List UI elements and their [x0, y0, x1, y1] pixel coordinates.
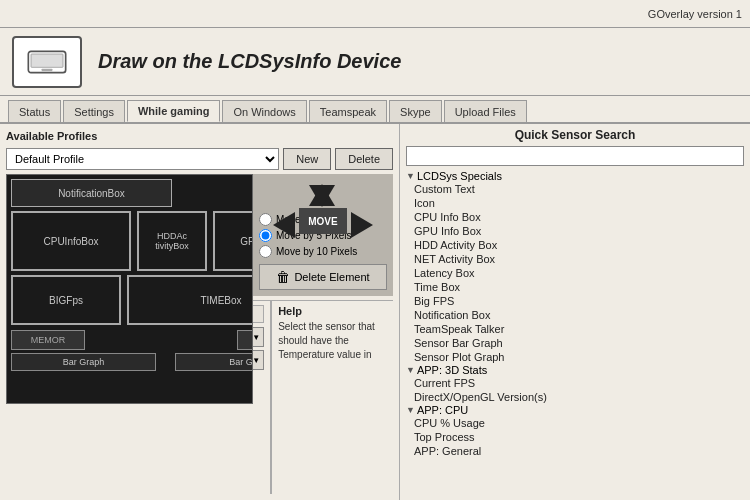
mem-label-box[interactable]: MEMOR	[11, 330, 85, 350]
logo-area: Draw on the LCDSysInfo Device	[0, 28, 750, 96]
expand-icon: ▼	[406, 171, 415, 181]
time-box[interactable]: TIMEBox	[127, 275, 253, 325]
tabs-bar: Status Settings While gaming On Windows …	[0, 96, 750, 124]
tree-item-icon[interactable]: Icon	[414, 196, 744, 210]
profile-row: Default Profile New Delete	[6, 148, 393, 170]
available-profiles-title: Available Profiles	[6, 130, 393, 142]
tree-group-lcdsys-items: Custom Text Icon CPU Info Box GPU Info B…	[406, 182, 744, 364]
device-icon	[12, 36, 82, 88]
tab-settings[interactable]: Settings	[63, 100, 125, 122]
app-version: GOverlay version 1	[648, 8, 742, 20]
expand-icon-cpu: ▼	[406, 405, 415, 415]
gpu-clock-box[interactable]: GPU CLOCK	[237, 330, 253, 350]
top-bar: GOverlay version 1	[0, 0, 750, 28]
help-title: Help	[278, 305, 387, 317]
profile-select[interactable]: Default Profile	[6, 148, 279, 170]
tree-item-hdd-activity-box[interactable]: HDD Activity Box	[414, 238, 744, 252]
quick-search-title: Quick Sensor Search	[406, 128, 744, 142]
radio-10px[interactable]: Move by 10 Pixels	[259, 245, 387, 258]
bigfps-box[interactable]: BIGFps	[11, 275, 121, 325]
move-center-label: MOVE	[299, 208, 347, 234]
tree-item-big-fps[interactable]: Big FPS	[414, 294, 744, 308]
tree-item-time-box[interactable]: Time Box	[414, 280, 744, 294]
tree-group-cpu-items: CPU % Usage Top Process APP: General	[406, 416, 744, 458]
gpu-info-box[interactable]: GPUInfoBox	[213, 211, 253, 271]
move-diamond: MOVE	[273, 184, 373, 207]
move-down-button[interactable]	[309, 185, 335, 207]
quick-search-input[interactable]	[406, 146, 744, 166]
tree-group-3dstats[interactable]: ▼ APP: 3D Stats	[406, 364, 744, 376]
expand-icon-3d: ▼	[406, 365, 415, 375]
tab-status[interactable]: Status	[8, 100, 61, 122]
tab-on-windows[interactable]: On Windows	[222, 100, 306, 122]
hdd-activity-box[interactable]: HDDAc tivityBox	[137, 211, 207, 271]
tree-item-cpu-usage[interactable]: CPU % Usage	[414, 416, 744, 430]
cpu-info-box[interactable]: CPUInfoBox	[11, 211, 131, 271]
tree-item-sensor-bar-graph[interactable]: Sensor Bar Graph	[414, 336, 744, 350]
tab-skype[interactable]: Skype	[389, 100, 442, 122]
help-area: Help Select the sensor that should have …	[271, 301, 393, 494]
tree-item-app-general[interactable]: APP: General	[414, 444, 744, 458]
tree-item-top-process[interactable]: Top Process	[414, 430, 744, 444]
right-controls: MOVE Move by 1 Pixel Move by 5 Pixels	[253, 174, 393, 296]
delete-button[interactable]: Delete	[335, 148, 393, 170]
svg-rect-2	[42, 68, 53, 71]
left-panel: Available Profiles Default Profile New D…	[0, 124, 400, 500]
quick-sensor-panel: Quick Sensor Search ▼ LCDSys Specials Cu…	[400, 124, 750, 500]
canvas-inner: NotificationBox CPUInfoBox HDDAc tivityB…	[7, 175, 252, 403]
tree-item-notification-box[interactable]: Notification Box	[414, 308, 744, 322]
new-button[interactable]: New	[283, 148, 331, 170]
move-right-button[interactable]	[351, 212, 373, 238]
tree-item-teamspeak-talker[interactable]: TeamSpeak Talker	[414, 322, 744, 336]
tree-group-cpu[interactable]: ▼ APP: CPU	[406, 404, 744, 416]
tree-item-cpu-info-box[interactable]: CPU Info Box	[414, 210, 744, 224]
main-content: Available Profiles Default Profile New D…	[0, 124, 750, 500]
sensor-tree: ▼ LCDSys Specials Custom Text Icon CPU I…	[406, 170, 744, 496]
tab-while-gaming[interactable]: While gaming	[127, 100, 221, 122]
help-text: Select the sensor that should have the T…	[278, 320, 387, 362]
bar-graph-left[interactable]: Bar Graph	[11, 353, 156, 371]
tree-item-net-activity-box[interactable]: NET Activity Box	[414, 252, 744, 266]
bar-graph-right[interactable]: Bar Graph	[175, 353, 253, 371]
app-title: Draw on the LCDSysInfo Device	[98, 50, 401, 73]
tree-group-lcdsys[interactable]: ▼ LCDSys Specials	[406, 170, 744, 182]
tree-item-gpu-info-box[interactable]: GPU Info Box	[414, 224, 744, 238]
tab-upload-files[interactable]: Upload Files	[444, 100, 527, 122]
svg-rect-1	[31, 54, 63, 67]
delete-element-button[interactable]: 🗑 Delete Element	[259, 264, 387, 290]
tree-item-current-fps[interactable]: Current FPS	[414, 376, 744, 390]
canvas-wrapper: NotificationBox CPUInfoBox HDDAc tivityB…	[6, 174, 393, 296]
tree-item-directx[interactable]: DirectX/OpenGL Version(s)	[414, 390, 744, 404]
canvas-area[interactable]: NotificationBox CPUInfoBox HDDAc tivityB…	[6, 174, 253, 404]
move-left-button[interactable]	[273, 212, 295, 238]
tab-teamspeak[interactable]: Teamspeak	[309, 100, 387, 122]
tree-group-3dstats-items: Current FPS DirectX/OpenGL Version(s)	[406, 376, 744, 404]
trash-icon: 🗑	[276, 269, 290, 285]
tree-item-sensor-plot-graph[interactable]: Sensor Plot Graph	[414, 350, 744, 364]
notification-box[interactable]: NotificationBox	[11, 179, 172, 207]
tree-item-custom-text[interactable]: Custom Text	[414, 182, 744, 196]
tree-item-latency-box[interactable]: Latency Box	[414, 266, 744, 280]
